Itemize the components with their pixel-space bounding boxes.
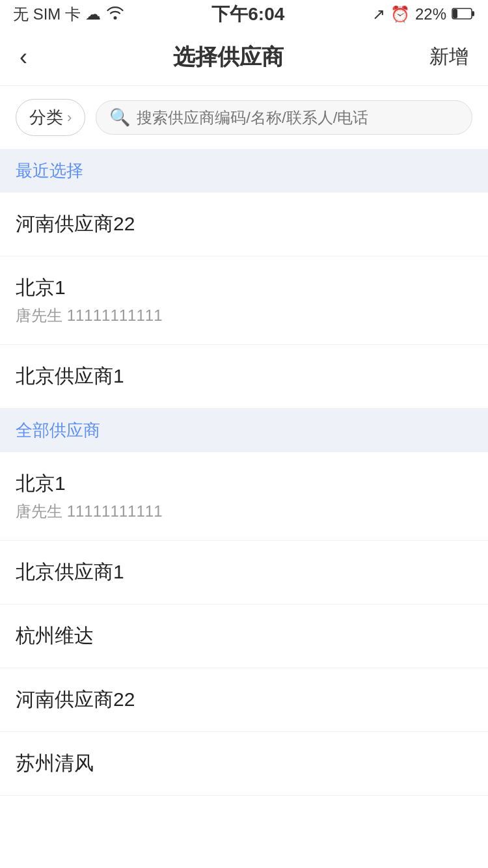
list-item[interactable]: 北京供应商1 xyxy=(0,345,488,409)
battery-percentage: 22% xyxy=(415,5,446,23)
item-name: 北京1 xyxy=(16,470,472,497)
list-item[interactable]: 杭州维达 xyxy=(0,604,488,668)
all-section-header: 全部供应商 xyxy=(0,409,488,452)
sim-status: 无 SIM 卡 ☁ xyxy=(13,4,101,25)
page-title: 选择供应商 xyxy=(173,42,284,72)
item-sub: 唐先生 11111111111 xyxy=(16,305,472,326)
item-name: 北京供应商1 xyxy=(16,363,472,390)
search-box[interactable]: 🔍 xyxy=(96,100,472,135)
chevron-right-icon: › xyxy=(67,109,72,126)
status-right: ↗ ⏰ 22% xyxy=(372,5,475,23)
recent-list: 河南供应商22北京1唐先生 11111111111北京供应商1 xyxy=(0,193,488,409)
nav-bar: ‹ 选择供应商 新增 xyxy=(0,29,488,86)
status-bar: 无 SIM 卡 ☁ 下午6:04 ↗ ⏰ 22% xyxy=(0,0,488,29)
list-item[interactable]: 北京1唐先生 11111111111 xyxy=(0,452,488,541)
list-item[interactable]: 河南供应商22 xyxy=(0,668,488,732)
alarm-icon: ⏰ xyxy=(390,5,410,23)
add-button[interactable]: 新增 xyxy=(429,44,468,70)
status-left: 无 SIM 卡 ☁ xyxy=(13,4,124,25)
search-input[interactable] xyxy=(137,109,459,127)
recent-section-header: 最近选择 xyxy=(0,149,488,193)
status-time: 下午6:04 xyxy=(211,2,284,27)
all-list: 北京1唐先生 11111111111北京供应商1杭州维达河南供应商22苏州清风 xyxy=(0,452,488,796)
item-name: 河南供应商22 xyxy=(16,211,472,237)
item-name: 杭州维达 xyxy=(16,623,472,649)
back-button[interactable]: ‹ xyxy=(20,44,27,71)
location-icon: ↗ xyxy=(372,5,385,23)
category-label: 分类 xyxy=(29,106,63,129)
item-name: 北京1 xyxy=(16,275,472,301)
item-name: 北京供应商1 xyxy=(16,559,472,586)
svg-rect-2 xyxy=(472,11,474,16)
battery-icon xyxy=(452,5,475,23)
list-item[interactable]: 北京供应商1 xyxy=(0,541,488,604)
list-item[interactable]: 河南供应商22 xyxy=(0,193,488,256)
search-icon: 🔍 xyxy=(109,107,130,128)
item-sub: 唐先生 11111111111 xyxy=(16,501,472,522)
category-button[interactable]: 分类 › xyxy=(16,99,85,136)
list-item[interactable]: 苏州清风 xyxy=(0,732,488,796)
item-name: 河南供应商22 xyxy=(16,686,472,713)
item-name: 苏州清风 xyxy=(16,750,472,777)
list-item[interactable]: 北京1唐先生 11111111111 xyxy=(0,256,488,345)
wifi-icon xyxy=(106,5,124,23)
svg-rect-1 xyxy=(453,9,457,18)
filter-bar: 分类 › 🔍 xyxy=(0,86,488,149)
